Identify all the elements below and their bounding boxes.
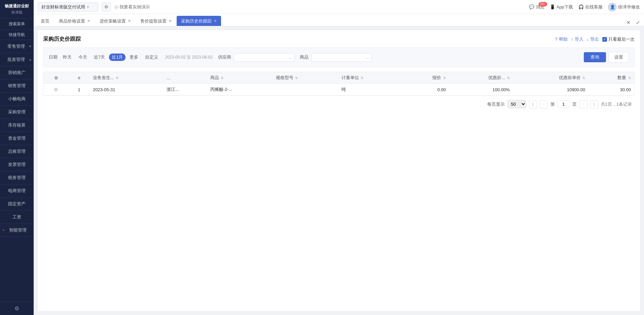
page-actions: ? 帮助 ↑ 导入 ↓ 导出 ✓ 只看最后一次	[555, 36, 635, 42]
tab-purchase-history-close[interactable]: ✕	[214, 19, 217, 23]
next-page-button[interactable]: ﹥	[579, 100, 587, 108]
version-selector[interactable]: 好业财标准版交付试用 ▾	[38, 2, 98, 12]
date-opt-more[interactable]: 更多	[127, 54, 141, 61]
tab-purchase-strategy-close[interactable]: ✕	[128, 19, 131, 23]
tab-close-all-icon[interactable]: ✕	[625, 19, 632, 26]
th-quantity[interactable]: 数量 ⇅	[588, 72, 634, 84]
supplier-input-wrap: ...	[234, 53, 294, 62]
sidebar-item-wholesale[interactable]: 批发管理 ▴	[0, 53, 34, 66]
sort-icon-unit: ⇅	[361, 76, 363, 80]
app-download-button[interactable]: 📱 App下载	[550, 4, 573, 10]
sidebar-item-inventory-label: 库存核算	[3, 122, 31, 128]
row-goods: 丙烯酸-2-...	[207, 84, 273, 96]
th-date[interactable]: 业务发生... ⇅	[90, 72, 163, 84]
filter-date-group: 日期 昨天 今天 近7天 近1月 更多 自定义 2023-05-02 至 202…	[49, 54, 213, 61]
row-gear[interactable]: ⚙	[43, 84, 69, 96]
date-opt-today[interactable]: 今天	[76, 54, 90, 61]
service-label: 在线客服	[585, 4, 603, 10]
sidebar-item-retail[interactable]: 零售管理 ▾	[0, 40, 34, 53]
help-link[interactable]: ? 帮助	[555, 36, 568, 42]
row-unit: 吨	[338, 84, 404, 96]
filter-settings-button[interactable]: 设置	[609, 52, 629, 63]
per-page-select[interactable]: 50 10 20 100	[507, 100, 526, 108]
tab-price-close[interactable]: ✕	[87, 19, 90, 23]
tab-sale-extract[interactable]: 售价提取设置 ✕	[136, 16, 176, 26]
th-discount-label: 优惠折...	[488, 75, 505, 80]
goods-ellipsis-icon[interactable]: ...	[366, 55, 370, 60]
message-button[interactable]: 💬 消息 99+	[529, 4, 544, 10]
th-unit[interactable]: 计量单位 ⇅	[338, 72, 404, 84]
sidebar-item-payroll[interactable]: 工资	[0, 211, 34, 224]
date-opt-7days[interactable]: 近7天	[91, 54, 108, 61]
sidebar: 畅捷通好业财 标准版 搜索菜单 快捷导航 零售管理 ▾ 批发管理 ▴ 营销推广 …	[0, 0, 34, 315]
date-opt-custom[interactable]: 自定义	[142, 54, 161, 61]
chevron-down-icon: ▾	[29, 44, 31, 48]
sidebar-item-marketing[interactable]: 营销推广	[0, 66, 34, 79]
supplier-ellipsis-icon[interactable]: ...	[288, 55, 292, 60]
sidebar-item-finance-label: 资金管理	[3, 135, 31, 141]
sidebar-item-purchase-label: 采购管理	[3, 109, 31, 115]
sidebar-item-ecommerce[interactable]: 电商管理	[0, 184, 34, 198]
th-pre-discount-price[interactable]: 优惠前单价 ⇅	[513, 72, 588, 84]
th-gear[interactable]: ⚙	[43, 72, 69, 84]
th-spec-label: 规格型号	[276, 75, 293, 80]
th-index: #	[69, 72, 90, 84]
th-more[interactable]: ...	[163, 72, 207, 84]
service-button[interactable]: 🎧 在线客服	[578, 4, 603, 10]
topbar-gear-button[interactable]: ⚙	[102, 2, 111, 12]
sidebar-item-tax[interactable]: 税务管理	[0, 171, 34, 184]
import-link[interactable]: ↑ 导入	[571, 36, 583, 42]
demo-link[interactable]: ◎ 我要看实例演示	[114, 4, 150, 10]
user-profile-button[interactable]: 👤 徐泽华修改	[608, 3, 640, 11]
first-page-button[interactable]: ⟪	[529, 100, 537, 108]
filter-goods-group: 商品 ...	[300, 53, 372, 62]
tab-purchase-history[interactable]: 采购历史价跟踪 ✕	[177, 16, 221, 26]
goods-input[interactable]	[311, 53, 372, 62]
sidebar-item-fixed-assets-label: 固定资产	[3, 201, 31, 207]
sidebar-item-smart[interactable]: ● 智能管理	[0, 224, 34, 237]
app-title: 畅捷通好业财	[5, 3, 29, 9]
table-header-row: ⚙ # 业务发生... ⇅ ... 商品 ⇅	[43, 72, 634, 84]
tab-price[interactable]: 商品价格设置 ✕	[55, 16, 95, 26]
only-last-checkbox[interactable]: ✓	[602, 37, 607, 42]
sidebar-item-general-ledger[interactable]: 总账管理	[0, 145, 34, 158]
sidebar-nav[interactable]: 快捷导航	[0, 30, 34, 40]
row-price: 0.00	[403, 84, 449, 96]
supplier-input[interactable]	[234, 53, 294, 62]
last-page-button[interactable]: ⟫	[590, 100, 598, 108]
import-icon: ↑	[571, 37, 573, 42]
th-price[interactable]: 报价 ⇅	[403, 72, 449, 84]
tab-sale-extract-close[interactable]: ✕	[169, 19, 172, 23]
th-goods[interactable]: 商品 ⇅	[207, 72, 273, 84]
main-area: 好业财标准版交付试用 ▾ ⚙ ◎ 我要看实例演示 💬 消息 99+ 📱 App下…	[34, 0, 644, 315]
sidebar-item-sales[interactable]: 销售管理	[0, 79, 34, 93]
service-icon: 🎧	[578, 4, 584, 9]
sidebar-item-invoice[interactable]: 发票管理	[0, 158, 34, 171]
export-link[interactable]: ↓ 导出	[587, 36, 599, 42]
tab-purchase-strategy[interactable]: 进价策略设置 ✕	[95, 16, 135, 26]
tab-expand-icon[interactable]: ⤢	[635, 19, 641, 26]
th-discount[interactable]: 优惠折... ⇅	[449, 72, 513, 84]
settings-icon[interactable]: ⚙	[14, 306, 19, 311]
only-last-checkbox-label[interactable]: ✓ 只看最后一次	[602, 36, 635, 42]
message-badge: 99+	[539, 2, 547, 6]
help-label: 帮助	[559, 36, 568, 42]
sidebar-item-ecommerce-small[interactable]: 小畅电商	[0, 93, 34, 106]
sidebar-item-inventory[interactable]: 库存核算	[0, 119, 34, 132]
page-input[interactable]	[558, 100, 570, 108]
sidebar-item-smart-label: 智能管理	[5, 227, 31, 233]
sidebar-item-finance[interactable]: 资金管理	[0, 132, 34, 145]
sidebar-item-fixed-assets[interactable]: 固定资产	[0, 198, 34, 211]
sidebar-search[interactable]: 搜索菜单	[0, 19, 34, 30]
page-header: 采购历史价跟踪 ? 帮助 ↑ 导入 ↓ 导出 ✓	[43, 36, 635, 43]
prev-page-button[interactable]: ﹤	[540, 100, 548, 108]
tab-home[interactable]: 首页	[36, 16, 54, 26]
user-label: 徐泽华修改	[618, 4, 640, 10]
date-opt-1month[interactable]: 近1月	[109, 54, 126, 61]
th-spec[interactable]: 规格型号 ⇅	[273, 72, 338, 84]
date-opt-yesterday[interactable]: 昨天	[60, 54, 74, 61]
only-last-label: 只看最后一次	[608, 36, 635, 42]
sort-icon-discount: ⇅	[507, 76, 510, 80]
query-button[interactable]: 查询	[584, 52, 606, 62]
sidebar-item-purchase[interactable]: 采购管理	[0, 106, 34, 119]
